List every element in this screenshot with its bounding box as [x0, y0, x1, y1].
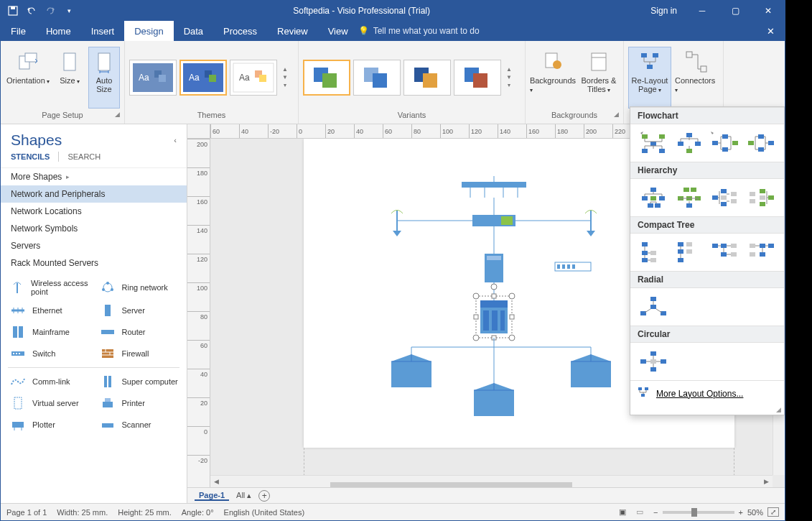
- layout-flowchart-2[interactable]: [673, 130, 705, 156]
- status-language[interactable]: English (United States): [224, 508, 305, 517]
- variant-1[interactable]: [303, 60, 350, 96]
- theme-option-1[interactable]: Aa: [129, 60, 177, 96]
- stencils-tab[interactable]: STENCILS: [11, 152, 58, 161]
- tab-design[interactable]: Design: [124, 21, 173, 41]
- zoom-slider[interactable]: [663, 511, 734, 514]
- orientation-button[interactable]: Orientation: [5, 47, 51, 109]
- variants-scroll-up[interactable]: ▲: [506, 66, 512, 73]
- shape-mainframe[interactable]: Mainframe: [5, 322, 93, 342]
- svg-rect-177: [750, 244, 755, 248]
- shape-printer[interactable]: Printer: [95, 393, 183, 413]
- add-page-button[interactable]: +: [258, 490, 270, 502]
- auto-size-button[interactable]: Auto Size: [88, 47, 120, 109]
- themes-scroll-down[interactable]: ▼: [282, 74, 288, 80]
- shape-comm-link[interactable]: Comm-link: [5, 372, 93, 392]
- tab-insert[interactable]: Insert: [81, 21, 125, 41]
- undo-icon[interactable]: [24, 3, 39, 19]
- more-shapes-item[interactable]: More Shapes ▸: [1, 168, 187, 185]
- layout-compact-2[interactable]: [673, 239, 705, 265]
- save-icon[interactable]: [5, 3, 21, 19]
- page-tab-1[interactable]: Page-1: [195, 491, 229, 501]
- shape-server[interactable]: Server: [95, 300, 183, 321]
- stencil-network-locations[interactable]: Network Locations: [1, 203, 187, 220]
- layout-flowchart-3[interactable]: [709, 130, 741, 156]
- search-tab[interactable]: SEARCH: [67, 152, 109, 161]
- shape-scanner[interactable]: Scanner: [95, 415, 183, 435]
- record-macro-icon[interactable]: ▣: [619, 507, 626, 517]
- page-setup-launcher[interactable]: ◢: [115, 111, 120, 118]
- svg-text:Aa: Aa: [189, 73, 200, 83]
- layout-flowchart-4[interactable]: [745, 130, 777, 156]
- layout-circular-1[interactable]: [638, 349, 669, 374]
- tab-view[interactable]: View: [318, 21, 358, 41]
- layout-compact-4[interactable]: [745, 239, 777, 265]
- collapse-shapes-icon[interactable]: ‹: [174, 136, 177, 144]
- qat-dropdown-icon[interactable]: ▾: [61, 3, 77, 19]
- presentation-mode-icon[interactable]: ▭: [636, 507, 643, 517]
- theme-option-3[interactable]: Aa: [230, 60, 277, 96]
- variant-2[interactable]: [353, 60, 401, 96]
- more-layout-options[interactable]: More Layout Options...: [630, 380, 784, 406]
- layout-hierarchy-1[interactable]: [638, 185, 669, 211]
- zoom-level[interactable]: 50%: [747, 508, 763, 517]
- dropdown-resize-grip[interactable]: ◢: [630, 406, 784, 415]
- svg-rect-132: [768, 141, 774, 145]
- tab-home[interactable]: Home: [36, 21, 81, 41]
- zoom-out-button[interactable]: −: [653, 508, 658, 517]
- shape-firewall[interactable]: Firewall: [95, 344, 183, 364]
- theme-option-2[interactable]: Aa: [179, 60, 227, 96]
- stencil-network-symbols[interactable]: Network Symbols: [1, 220, 187, 237]
- redo-icon[interactable]: [42, 3, 58, 19]
- svg-rect-31: [653, 53, 658, 57]
- themes-more[interactable]: ▾: [284, 82, 286, 88]
- variants-more[interactable]: ▾: [508, 82, 510, 88]
- group-page-setup: Orientation Size Auto Size Page Setup◢: [1, 41, 125, 124]
- variants-scroll-down[interactable]: ▼: [506, 74, 512, 80]
- shape-super-computer[interactable]: Super computer: [95, 372, 183, 392]
- borders-titles-button[interactable]: Borders & Titles: [579, 47, 619, 109]
- shape-router[interactable]: Router: [95, 322, 183, 342]
- layout-hierarchy-2[interactable]: [673, 185, 705, 211]
- stencil-network-peripherals[interactable]: Network and Peripherals: [1, 185, 187, 203]
- stencil-servers[interactable]: Servers: [1, 237, 187, 254]
- backgrounds-launcher[interactable]: ◢: [614, 111, 619, 118]
- shape-plotter[interactable]: Plotter: [5, 415, 93, 435]
- zoom-in-button[interactable]: +: [739, 508, 743, 517]
- minimize-button[interactable]: ─: [686, 1, 719, 21]
- tab-review[interactable]: Review: [267, 21, 318, 41]
- svg-rect-47: [101, 330, 114, 334]
- size-button[interactable]: Size: [54, 47, 85, 109]
- shape-wireless-ap[interactable]: Wireless access point: [5, 276, 93, 299]
- maximize-button[interactable]: ▢: [719, 1, 752, 21]
- re-layout-page-button[interactable]: Re-Layout Page: [628, 47, 671, 109]
- tab-process[interactable]: Process: [213, 21, 267, 41]
- themes-scroll-up[interactable]: ▲: [282, 66, 288, 73]
- sign-in-link[interactable]: Sign in: [642, 6, 686, 16]
- backgrounds-button[interactable]: Backgrounds: [530, 47, 576, 109]
- tell-me-search[interactable]: 💡 Tell me what you want to do: [358, 26, 480, 36]
- svg-rect-3: [25, 53, 37, 62]
- variant-4[interactable]: [454, 60, 501, 96]
- more-layout-icon: [638, 387, 649, 400]
- shape-switch[interactable]: Switch: [5, 344, 93, 364]
- svg-rect-102: [474, 315, 478, 319]
- shape-virtual-server[interactable]: Virtual server: [5, 393, 93, 413]
- layout-radial-1[interactable]: [638, 294, 669, 320]
- close-pane-button[interactable]: ✕: [756, 26, 785, 37]
- layout-hierarchy-4[interactable]: [745, 185, 777, 211]
- horizontal-scrollbar[interactable]: ◀ ▶: [210, 475, 773, 487]
- layout-compact-3[interactable]: [709, 239, 741, 265]
- shape-ring-network[interactable]: Ring network: [95, 276, 183, 299]
- close-button[interactable]: ✕: [752, 1, 785, 21]
- layout-flowchart-1[interactable]: [638, 130, 669, 156]
- variant-3[interactable]: [403, 60, 451, 96]
- shape-ethernet[interactable]: Ethernet: [5, 300, 93, 321]
- connectors-button[interactable]: Connectors: [674, 47, 719, 109]
- stencil-rack-servers[interactable]: Rack Mounted Servers: [1, 254, 187, 272]
- tab-data[interactable]: Data: [174, 21, 213, 41]
- layout-hierarchy-3[interactable]: [709, 185, 741, 211]
- all-pages-menu[interactable]: All ▴: [236, 491, 251, 500]
- layout-compact-1[interactable]: [638, 239, 669, 265]
- tab-file[interactable]: File: [1, 21, 36, 41]
- fit-to-window-icon[interactable]: ⤢: [767, 507, 779, 517]
